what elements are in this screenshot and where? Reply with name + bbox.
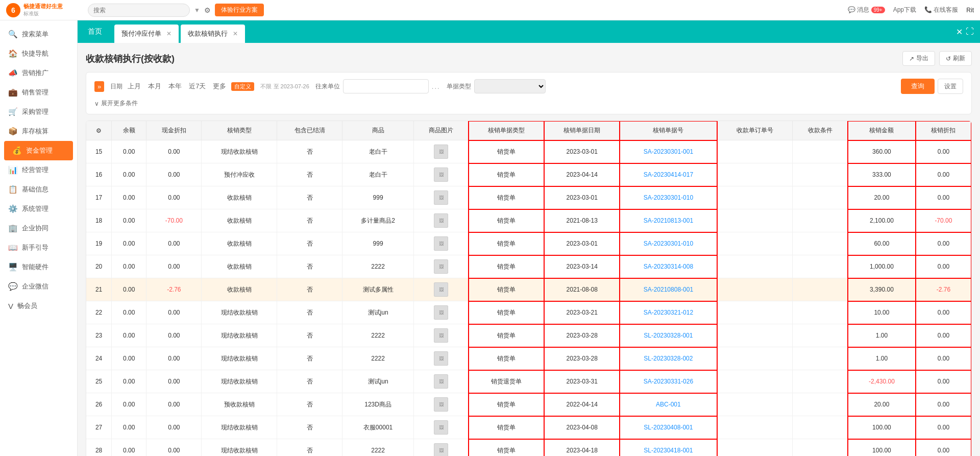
cell-receipt-condition <box>793 140 848 163</box>
sidebar-item-marketing[interactable]: 📣 营销推广 <box>0 63 77 83</box>
date-curr-month[interactable]: 本月 <box>146 81 163 92</box>
date-more[interactable]: 更多 <box>211 81 228 92</box>
cart-icon: 🛒 <box>8 107 18 116</box>
cell-balance: 0.00 <box>112 186 146 209</box>
tab-prepay[interactable]: 预付冲应付单 ✕ <box>114 25 179 43</box>
cell-verify-type: 现结收款核销 <box>202 439 277 457</box>
cell-bill-no[interactable]: SA-20210808-001 <box>620 278 717 301</box>
bill-type-select[interactable] <box>474 79 546 93</box>
cell-bill-no[interactable]: SA-20230301-001 <box>620 140 717 163</box>
cell-bill-no[interactable]: SA-20230301-010 <box>620 186 717 209</box>
cell-bill-date: 2023-04-14 <box>544 163 620 186</box>
settings-gear-icon[interactable]: ⚙ <box>204 6 211 14</box>
sidebar-item-guide[interactable]: 📖 新手引导 <box>0 238 77 257</box>
cell-verify-discount: 0.00 <box>916 416 971 439</box>
sidebar-item-search-menu[interactable]: 🔍 搜索菜单 <box>0 25 77 44</box>
cell-bill-no[interactable]: SA-20210813-001 <box>620 209 717 232</box>
date-curr-year[interactable]: 本年 <box>166 81 184 92</box>
cell-bill-no[interactable]: SA-20230314-008 <box>620 255 717 278</box>
tab-home[interactable]: 首页 <box>78 20 112 43</box>
table-row: 16 0.00 0.00 预付冲应收 否 老白干 🖼 销货单 2023-04-1… <box>86 163 971 186</box>
user-name[interactable]: Rit <box>966 7 974 14</box>
table-row: 27 0.00 0.00 现结收款核销 否 衣服00001 🖼 销货单 2023… <box>86 416 971 439</box>
query-button[interactable]: 查询 <box>901 79 935 94</box>
app-download-link[interactable]: App下载 <box>893 6 916 14</box>
sidebar-item-finance[interactable]: 💰 资金管理 <box>4 141 73 160</box>
tab-bar: 首页 预付冲应付单 ✕ 收款核销执行 ✕ ✕ ⛶ <box>78 20 980 43</box>
date-7days[interactable]: 近7天 <box>187 81 208 92</box>
refresh-button[interactable]: ↺ 刷新 <box>939 51 972 66</box>
cell-bill-no[interactable]: SA-20230331-026 <box>620 370 717 393</box>
cell-receipt-order-no <box>717 324 793 347</box>
cell-product-image: 🖼 <box>413 393 469 416</box>
cell-bill-no[interactable]: SA-20230321-012 <box>620 301 717 324</box>
expand-conditions-btn[interactable]: ∨ 展开更多条件 <box>94 99 963 108</box>
cell-verify-discount: 0.00 <box>916 255 971 278</box>
sidebar-item-operations[interactable]: 📊 经营管理 <box>0 160 77 180</box>
cell-include-settled: 否 <box>277 163 342 186</box>
cell-bill-no[interactable]: SA-20230301-010 <box>620 232 717 255</box>
tab-receipt-verify-close[interactable]: ✕ <box>233 30 238 37</box>
search-icon: 🔍 <box>8 30 18 39</box>
sidebar-item-purchase[interactable]: 🛒 采购管理 <box>0 102 77 122</box>
cell-bill-no[interactable]: SL-20230418-001 <box>620 439 717 457</box>
sidebar-item-quick-nav[interactable]: 🏠 快捷导航 <box>0 44 77 63</box>
cell-verify-type: 预收款核销 <box>202 393 277 416</box>
sidebar-item-basic-info[interactable]: 📋 基础信息 <box>0 180 77 199</box>
cell-bill-date: 2021-08-08 <box>544 278 620 301</box>
industry-solution-button[interactable]: 体验行业方案 <box>215 4 264 16</box>
counterparty-input[interactable] <box>343 79 429 93</box>
cell-receipt-condition <box>793 324 848 347</box>
cell-bill-type: 销货单 <box>469 209 544 232</box>
sidebar-item-corp[interactable]: 🏢 企业协同 <box>0 219 77 238</box>
cell-bill-no[interactable]: SL-20230328-001 <box>620 324 717 347</box>
sidebar-item-system[interactable]: ⚙️ 系统管理 <box>0 199 77 219</box>
sidebar: 🔍 搜索菜单 🏠 快捷导航 📣 营销推广 💼 销售管理 🛒 采购管理 📦 库存核… <box>0 20 78 456</box>
cell-bill-no[interactable]: ABC-001 <box>620 393 717 416</box>
table-row: 24 0.00 0.00 现结收款核销 否 2222 🖼 销货单 2023-03… <box>86 347 971 370</box>
dropdown-arrow[interactable]: ▼ <box>194 7 200 14</box>
cell-balance: 0.00 <box>112 140 146 163</box>
cell-verify-amount: 1,000.00 <box>848 255 916 278</box>
cell-product: 衣服00001 <box>342 416 413 439</box>
filter-expand-arrow[interactable]: » <box>94 81 104 92</box>
cell-bill-no[interactable]: SA-20230414-017 <box>620 163 717 186</box>
cell-receipt-order-no <box>717 140 793 163</box>
cell-product-image: 🖼 <box>413 186 469 209</box>
cell-bill-no[interactable]: SL-20230328-002 <box>620 347 717 370</box>
cell-verify-discount: 0.00 <box>916 186 971 209</box>
table-row: 18 0.00 -70.00 收款核销 否 多计量商品2 🖼 销货单 2021-… <box>86 209 971 232</box>
tab-prepay-close[interactable]: ✕ <box>166 30 172 37</box>
col-header-verify-type: 核销类型 <box>202 121 277 140</box>
tab-close-all-icon[interactable]: ✕ <box>956 27 963 37</box>
date-prev-month[interactable]: 上月 <box>126 81 143 92</box>
cell-include-settled: 否 <box>277 232 342 255</box>
header-actions: ↗ 导出 ↺ 刷新 <box>902 51 972 66</box>
col-header-include-settled: 包含已结清 <box>277 121 342 140</box>
search-input[interactable] <box>88 4 190 17</box>
notice-area[interactable]: 💬 消息 99+ <box>848 6 885 14</box>
sidebar-item-member[interactable]: V 畅会员 <box>0 296 77 316</box>
table-header-row: ⚙ 余额 现金折扣 核销类型 包含已结清 商品 商品图片 核销单据类型 核销单据… <box>86 121 971 140</box>
col-header-settings[interactable]: ⚙ <box>86 121 112 140</box>
cell-verify-amount: 100.00 <box>848 416 916 439</box>
sidebar-item-inventory[interactable]: 📦 库存核算 <box>0 122 77 141</box>
cell-row-id: 21 <box>86 278 112 301</box>
cell-bill-no[interactable]: SL-20230408-001 <box>620 416 717 439</box>
date-custom-btn[interactable]: 自定义 <box>231 82 254 91</box>
cell-include-settled: 否 <box>277 324 342 347</box>
export-button[interactable]: ↗ 导出 <box>902 51 935 66</box>
tab-receipt-verify[interactable]: 收款核销执行 ✕ <box>181 25 245 43</box>
online-service-link[interactable]: 📞 在线客服 <box>924 6 958 14</box>
cell-row-id: 28 <box>86 439 112 457</box>
sidebar-item-smart-hw[interactable]: 🖥️ 智能硬件 <box>0 257 77 277</box>
cell-bill-type: 销货单 <box>469 393 544 416</box>
tab-fullscreen-icon[interactable]: ⛶ <box>966 27 974 36</box>
sidebar-item-wechat[interactable]: 💬 企业微信 <box>0 277 77 296</box>
settings-button[interactable]: 设置 <box>938 79 963 94</box>
logo-text: 畅捷通谱好生意 标准版 <box>23 3 63 17</box>
cell-balance: 0.00 <box>112 416 146 439</box>
sidebar-item-sales[interactable]: 💼 销售管理 <box>0 83 77 102</box>
cell-cash-discount: 0.00 <box>146 347 202 370</box>
cell-verify-amount: 333.00 <box>848 163 916 186</box>
